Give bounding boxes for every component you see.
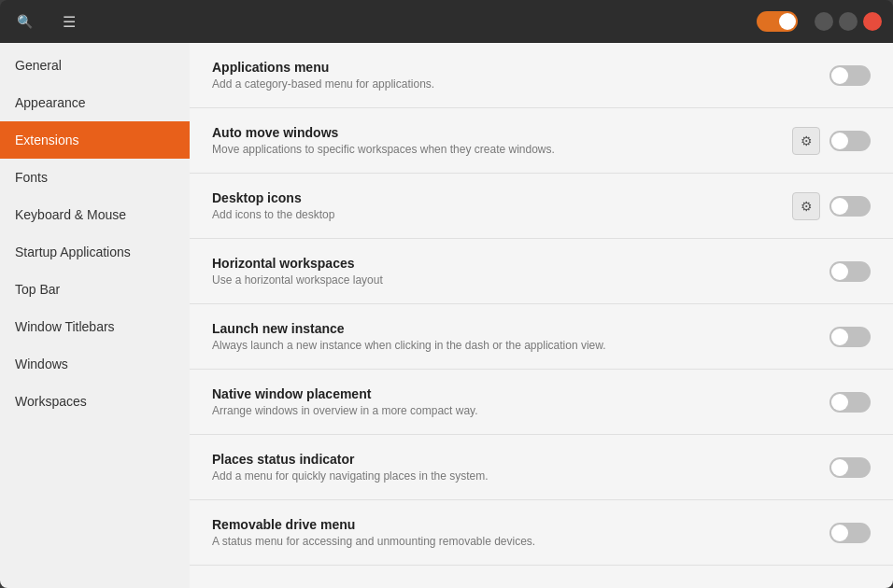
extension-info-desktop-icons: Desktop iconsAdd icons to the desktop	[212, 190, 792, 221]
extension-controls-places-status-indicator	[829, 457, 871, 478]
titlebar: 🔍 ☰	[0, 0, 893, 43]
extension-settings-desktop-icons[interactable]: ⚙	[792, 192, 820, 220]
extension-desc-desktop-icons: Add icons to the desktop	[212, 208, 792, 221]
extension-desc-horizontal-workspaces: Use a horizontal workspace layout	[212, 273, 829, 287]
search-icon: 🔍	[17, 14, 33, 29]
search-button[interactable]: 🔍	[11, 8, 37, 35]
extension-item-places-status-indicator: Places status indicatorAdd a menu for qu…	[190, 435, 893, 500]
window-controls	[815, 12, 882, 31]
extension-item-launch-new-instance: Launch new instanceAlways launch a new i…	[190, 304, 893, 370]
sidebar: GeneralAppearanceExtensionsFontsKeyboard…	[0, 43, 190, 588]
titlebar-right	[757, 11, 882, 32]
extension-desc-applications-menu: Add a category-based menu for applicatio…	[212, 77, 829, 91]
extension-controls-horizontal-workspaces	[829, 261, 871, 282]
extension-info-launch-new-instance: Launch new instanceAlways launch a new i…	[212, 321, 829, 352]
extension-controls-removable-drive-menu	[829, 523, 871, 543]
toggle-knob	[831, 67, 848, 84]
extension-controls-native-window-placement	[829, 392, 871, 413]
extension-toggle-native-window-placement[interactable]	[829, 392, 871, 413]
extension-info-places-status-indicator: Places status indicatorAdd a menu for qu…	[212, 452, 829, 483]
extension-info-applications-menu: Applications menuAdd a category-based me…	[212, 60, 829, 91]
extension-info-native-window-placement: Native window placementArrange windows i…	[212, 386, 829, 417]
extension-controls-auto-move-windows: ⚙	[792, 127, 871, 155]
toggle-knob	[831, 525, 848, 541]
extension-desc-removable-drive-menu: A status menu for accessing and unmounti…	[212, 535, 829, 548]
maximize-button[interactable]	[839, 12, 858, 31]
extension-toggle-horizontal-workspaces[interactable]	[829, 261, 871, 282]
menu-button[interactable]: ☰	[56, 8, 82, 35]
extension-item-horizontal-workspaces: Horizontal workspacesUse a horizontal wo…	[190, 239, 893, 304]
toggle-knob	[831, 263, 848, 280]
extension-toggle-removable-drive-menu[interactable]	[829, 523, 871, 543]
sidebar-item-top-bar[interactable]: Top Bar	[0, 271, 190, 308]
extension-name-removable-drive-menu: Removable drive menu	[212, 517, 829, 532]
extension-controls-launch-new-instance	[829, 327, 871, 347]
extension-item-native-window-placement: Native window placementArrange windows i…	[190, 370, 893, 435]
extension-desc-auto-move-windows: Move applications to specific workspaces…	[212, 143, 792, 156]
sidebar-item-windows[interactable]: Windows	[0, 345, 190, 383]
sidebar-item-window-titlebars[interactable]: Window Titlebars	[0, 308, 190, 345]
extension-name-native-window-placement: Native window placement	[212, 386, 829, 401]
main-content: GeneralAppearanceExtensionsFontsKeyboard…	[0, 43, 893, 588]
extension-settings-auto-move-windows[interactable]: ⚙	[792, 127, 820, 155]
extension-info-auto-move-windows: Auto move windowsMove applications to sp…	[212, 125, 792, 156]
close-button[interactable]	[863, 12, 882, 31]
extension-name-applications-menu: Applications menu	[212, 60, 829, 75]
extension-controls-applications-menu	[829, 65, 871, 86]
minimize-button[interactable]	[815, 12, 833, 31]
extension-item-desktop-icons: Desktop iconsAdd icons to the desktop⚙	[190, 174, 893, 239]
toggle-knob	[831, 198, 848, 215]
extension-desc-launch-new-instance: Always launch a new instance when clicki…	[212, 339, 829, 352]
sidebar-item-startup-applications[interactable]: Startup Applications	[0, 233, 190, 271]
extension-toggle-places-status-indicator[interactable]	[829, 457, 871, 478]
extension-name-launch-new-instance: Launch new instance	[212, 321, 829, 336]
sidebar-item-fonts[interactable]: Fonts	[0, 159, 190, 196]
extension-desc-places-status-indicator: Add a menu for quickly navigating places…	[212, 469, 829, 483]
sidebar-item-general[interactable]: General	[0, 47, 190, 84]
extension-toggle-auto-move-windows[interactable]	[829, 131, 871, 151]
extension-name-horizontal-workspaces: Horizontal workspaces	[212, 256, 829, 271]
sidebar-item-extensions[interactable]: Extensions	[0, 121, 190, 159]
extension-toggle-applications-menu[interactable]	[829, 65, 871, 86]
hamburger-icon: ☰	[63, 13, 76, 31]
extension-item-auto-move-windows: Auto move windowsMove applications to sp…	[190, 108, 893, 174]
toggle-knob	[831, 133, 848, 149]
extension-item-applications-menu: Applications menuAdd a category-based me…	[190, 43, 893, 108]
extension-name-desktop-icons: Desktop icons	[212, 190, 792, 205]
extension-info-removable-drive-menu: Removable drive menuA status menu for ac…	[212, 517, 829, 548]
extension-name-auto-move-windows: Auto move windows	[212, 125, 792, 140]
toggle-knob	[831, 329, 848, 345]
toggle-knob	[779, 13, 796, 30]
toggle-knob	[831, 459, 848, 476]
extension-desc-native-window-placement: Arrange windows in overview in a more co…	[212, 404, 829, 417]
sidebar-item-workspaces[interactable]: Workspaces	[0, 383, 190, 420]
extension-toggle-launch-new-instance[interactable]	[829, 327, 871, 347]
extension-toggle-desktop-icons[interactable]	[829, 196, 871, 217]
sidebar-item-appearance[interactable]: Appearance	[0, 84, 190, 121]
sidebar-item-keyboard-mouse[interactable]: Keyboard & Mouse	[0, 196, 190, 233]
toggle-knob	[831, 394, 848, 411]
extension-info-horizontal-workspaces: Horizontal workspacesUse a horizontal wo…	[212, 256, 829, 287]
extensions-content: Applications menuAdd a category-based me…	[190, 43, 893, 588]
extension-name-places-status-indicator: Places status indicator	[212, 452, 829, 467]
main-window: 🔍 ☰ GeneralAppearanceExtensionsFonts	[0, 0, 893, 588]
extension-item-removable-drive-menu: Removable drive menuA status menu for ac…	[190, 500, 893, 566]
global-extensions-toggle[interactable]	[757, 11, 798, 32]
titlebar-left: 🔍 ☰	[11, 8, 82, 35]
extension-controls-desktop-icons: ⚙	[792, 192, 871, 220]
